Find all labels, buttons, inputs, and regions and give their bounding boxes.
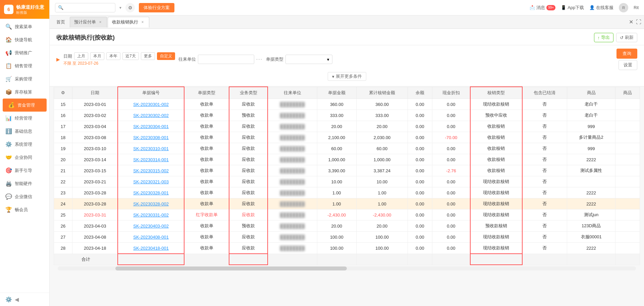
table-cell-partner: ████████ [268, 132, 317, 143]
sidebar-item-guide[interactable]: 🎯 新手引导 [0, 164, 49, 177]
tab-home[interactable]: 首页 [52, 17, 69, 27]
date-btn-more[interactable]: 更多 [141, 52, 155, 60]
maximize-icon[interactable]: ⛶ [636, 19, 641, 25]
collapse-icon[interactable]: ◀ [15, 296, 19, 303]
solution-button[interactable]: 体验行业方案 [139, 3, 174, 12]
table-cell-doc-no: SK-20230308-001 [118, 132, 184, 143]
operations-icon: 📊 [5, 115, 12, 121]
table-cell-no: 16 [54, 110, 72, 121]
doc-no-link[interactable]: SK-20230418-001 [133, 246, 169, 251]
table-cell-biz-type: 应收款 [229, 232, 267, 243]
doc-no-link[interactable]: SK-20230304-001 [133, 124, 169, 129]
filter-expand-arrow[interactable]: ▶ [56, 57, 60, 62]
export-button[interactable]: ↑ 导出 [594, 33, 614, 42]
partner-input[interactable] [198, 55, 254, 64]
table-cell-no: 18 [54, 132, 72, 143]
table-cell-include-settled: 否 [522, 209, 567, 221]
table-cell-biz-type: 预收款 [229, 221, 267, 232]
date-btn-this-year[interactable]: 本年 [106, 52, 120, 60]
doc-no-link[interactable]: SK-20230321-003 [133, 179, 169, 184]
tab-close-prepay[interactable]: × [98, 20, 103, 24]
doc-no-link[interactable]: SK-20230328-001 [133, 190, 169, 195]
doc-type-select[interactable]: ▾ [285, 55, 332, 64]
topbar-search-box[interactable]: 🔍 [55, 3, 115, 12]
doc-no-link[interactable]: SK-20230315-002 [133, 168, 169, 173]
table-cell-cash-discount: 0.00 [432, 243, 470, 254]
query-button[interactable]: 查询 [616, 49, 637, 59]
footer-cum-cancel [356, 254, 408, 265]
table-cell-cancel-type: 现结收款核销 [470, 209, 522, 221]
table-cell-cum-cancel: 1.00 [356, 187, 408, 198]
date-btn-this-month[interactable]: 本月 [90, 52, 104, 60]
tab-prepay[interactable]: 预计应付单 × [70, 17, 107, 27]
tab-cancel-exec[interactable]: 收款核销执行 × [108, 17, 149, 27]
sidebar-item-marketing[interactable]: 📢 营销推广 [0, 46, 49, 59]
filter-bar: ▶ 日期 上月 本月 本年 近7天 更多 自定义 不限 至 2023-07-26… [50, 45, 644, 86]
table-cell-cum-cancel: 100.00 [356, 232, 408, 243]
doc-no-link[interactable]: SK-20230301-002 [133, 102, 169, 107]
table-cell-no: 22 [54, 176, 72, 187]
col-header-settings[interactable]: ⚙ [54, 87, 72, 99]
sidebar-item-funds[interactable]: 💰 资金管理 [3, 99, 47, 112]
table-cell-partner: ████████ [268, 209, 317, 221]
table-cell-product2 [615, 165, 640, 176]
table-cell-no: 23 [54, 187, 72, 198]
sidebar-item-enterprise[interactable]: 🤝 企业协同 [0, 151, 49, 164]
sidebar-item-sales[interactable]: 📋 销售管理 [0, 59, 49, 72]
doc-no-link[interactable]: SK-20230328-002 [133, 201, 169, 206]
settings-gear-icon[interactable]: ⚙ [125, 3, 135, 12]
doc-no-link[interactable]: SK-20230310-001 [133, 146, 169, 151]
table-cell-doc-amount: 2,100.00 [317, 132, 356, 143]
table-cell-balance: 0.00 [408, 143, 432, 154]
search-input[interactable] [65, 5, 112, 10]
expand-conditions-button[interactable]: ▾ 展开更多条件 [328, 72, 366, 81]
table-cell-doc-no: SK-20230321-003 [118, 176, 184, 187]
table-cell-doc-type: 收款单 [184, 198, 229, 209]
sidebar-item-operations[interactable]: 📊 经营管理 [0, 112, 49, 125]
sidebar-item-quick-nav[interactable]: 🏠 快捷导航 [0, 33, 49, 46]
sidebar-item-member[interactable]: 🏆 畅会员 [0, 203, 49, 216]
doc-no-link[interactable]: SK-20230308-001 [133, 135, 169, 140]
table-cell-product [567, 176, 615, 187]
settings-bottom-icon[interactable]: ⚙️ [5, 296, 12, 303]
partner-dots-icon[interactable]: ··· [256, 56, 263, 62]
table-cell-date: 2023-04-18 [72, 243, 118, 254]
table-cell-date: 2023-03-31 [72, 209, 118, 221]
sidebar: 6 畅康道好生意 标推版 🔍 搜索菜单 🏠 快捷导航 📢 营销推广 📋 销售管理… [0, 0, 50, 306]
table-cell-include-settled: 否 [522, 132, 567, 143]
notice-button[interactable]: 📩 消息 99+ [530, 5, 555, 11]
doc-no-link[interactable]: SK-20230302-002 [133, 113, 169, 118]
footer-cancel-type [470, 254, 522, 265]
tab-close-cancel[interactable]: × [140, 20, 145, 24]
sidebar-item-hardware[interactable]: 🖨️ 智能硬件 [0, 177, 49, 190]
app-download-button[interactable]: 📱 App下载 [561, 5, 584, 11]
close-tab-icon[interactable]: ✕ [629, 19, 633, 25]
filter-settings-button[interactable]: 设置 [619, 60, 637, 70]
table-cell-doc-type: 收款单 [184, 154, 229, 165]
table-cell-cash-discount: 0.00 [432, 198, 470, 209]
table-cell-cancel-type: 预收中应收 [470, 110, 522, 121]
sidebar-item-basic-info[interactable]: ℹ️ 基础信息 [0, 125, 49, 138]
table-cell-product: 老白干 [567, 99, 615, 110]
table-cell-no: 15 [54, 99, 72, 110]
sidebar-item-wechat[interactable]: 💬 企业微信 [0, 190, 49, 203]
online-service-button[interactable]: 👤 在线客服 [589, 5, 613, 11]
date-btn-last-month[interactable]: 上月 [74, 52, 88, 60]
dropdown-arrow-icon[interactable]: ▾ [119, 5, 121, 10]
sidebar-item-inventory[interactable]: 📦 库存核算 [0, 85, 49, 99]
date-btn-custom[interactable]: 自定义 [157, 52, 175, 60]
footer-doc-no [118, 254, 184, 265]
table-cell-cum-cancel: 3,387.24 [356, 165, 408, 176]
doc-no-link[interactable]: SK-20230331-002 [133, 212, 169, 218]
refresh-button[interactable]: ↺ 刷新 [616, 33, 637, 42]
doc-no-link[interactable]: SK-20230403-002 [133, 224, 169, 229]
sidebar-item-purchase[interactable]: 🛒 采购管理 [0, 72, 49, 85]
date-btn-7days[interactable]: 近7天 [122, 52, 139, 60]
horizontal-scrollbar[interactable] [58, 266, 636, 270]
sidebar-item-system[interactable]: ⚙️ 系统管理 [0, 138, 49, 151]
sidebar-item-search[interactable]: 🔍 搜索菜单 [0, 20, 49, 33]
doc-no-link[interactable]: SK-20230408-001 [133, 235, 169, 240]
table-cell-doc-type: 收款单 [184, 243, 229, 254]
doc-no-link[interactable]: SK-20230314-001 [133, 157, 169, 162]
service-icon: 👤 [589, 5, 595, 10]
